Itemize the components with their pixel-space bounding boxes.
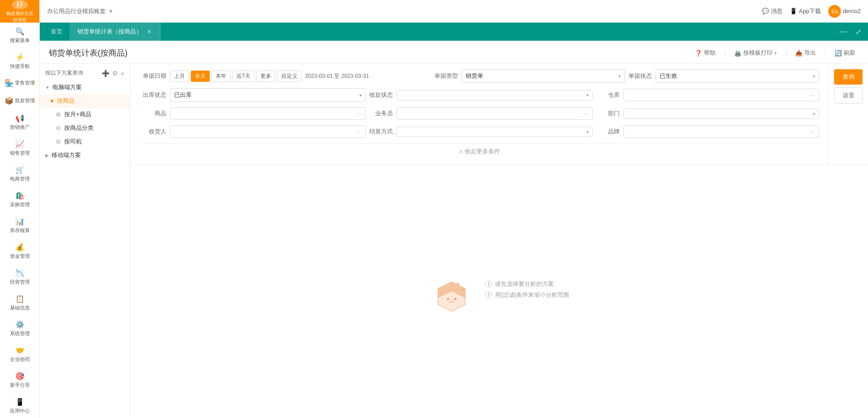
sidebar-icon-4: 📢 <box>15 114 24 123</box>
out-status-value: 已出库 <box>174 91 192 99</box>
settle-label: 结算方式 <box>366 128 393 136</box>
filter-row-1: 单据日期 上月 本月 本年 近7天 更多 自定义 <box>139 69 819 83</box>
add-scheme-btn[interactable]: ➕ <box>102 70 109 77</box>
date-btn-this-year[interactable]: 本年 <box>212 71 231 82</box>
goods-input[interactable]: ··· <box>170 107 366 120</box>
filter-date: 单据日期 上月 本月 本年 近7天 更多 自定义 <box>139 71 431 82</box>
brand-input[interactable]: ··· <box>623 125 819 138</box>
refresh-label: 刷新 <box>844 49 855 57</box>
sidebar-item-1[interactable]: ⚡快捷导航 <box>0 48 39 74</box>
salesman-control: ··· <box>396 107 592 120</box>
tree-item-by-goods[interactable]: 按商品 <box>40 94 130 108</box>
sidebar-item-14[interactable]: 🎯新手引导 <box>0 367 39 393</box>
sidebar-item-2[interactable]: 🏪零售管理 <box>0 74 39 92</box>
date-btn-this-month[interactable]: 本月 <box>191 71 210 82</box>
refresh-btn[interactable]: 🔄 刷新 <box>831 47 859 59</box>
recipient-input[interactable]: ··· <box>170 125 366 138</box>
sidebar-item-0[interactable]: 🔍搜索菜单 <box>0 23 39 48</box>
doc-type-select[interactable]: 销货单 ▾ <box>462 69 625 83</box>
sidebar-item-6[interactable]: 🛒电商管理 <box>0 161 39 187</box>
sidebar-item-10[interactable]: 📉经营管理 <box>0 264 39 290</box>
sidebar-item-3[interactable]: 📦批发管理 <box>0 92 39 109</box>
sidebar-icon-1: ⚡ <box>15 53 24 62</box>
edit-scheme-btn[interactable]: ⚙ <box>112 70 118 77</box>
messages-btn[interactable]: 💬 消息 <box>762 7 783 15</box>
filter-row-4: 收货人 ··· 结算方式 <box>139 125 819 138</box>
app-download-btn[interactable]: 📱 App下载 <box>790 7 821 15</box>
filter-settle: 结算方式 ▾ <box>366 127 592 137</box>
sidebar-item-5[interactable]: 📈销售管理 <box>0 135 39 161</box>
help-btn[interactable]: ❓ 帮助 <box>691 47 719 59</box>
receipt-status-select[interactable]: ▾ <box>396 90 592 100</box>
help-icon: ❓ <box>695 50 702 57</box>
doc-status-select[interactable]: 已生效 ▾ <box>656 69 819 83</box>
settings-button[interactable]: 设置 <box>834 87 863 104</box>
tree-section-pc-header[interactable]: ▼ 电脑端方案 <box>40 81 130 94</box>
left-panel-icons: ➕ ⚙ « <box>102 70 124 77</box>
filter-dept: 部门 ▾ <box>593 109 819 119</box>
date-btn-7days[interactable]: 近7天 <box>232 71 255 82</box>
logo-icon: 好 <box>12 0 28 10</box>
receipt-status-arrow: ▾ <box>586 93 589 98</box>
collapse-conditions-btn[interactable]: ∧ 收起更多条件 <box>139 143 819 159</box>
out-status-select[interactable]: 已出库 ▾ <box>170 88 366 102</box>
date-btn-custom[interactable]: 自定义 <box>277 71 302 82</box>
recipient-label: 收货人 <box>139 128 166 136</box>
sidebar-item-9[interactable]: 💰资金管理 <box>0 238 39 264</box>
industry-label: 办公用品行业模拟账套 <box>47 7 106 15</box>
dropdown-arrow[interactable]: ▾ <box>109 8 113 14</box>
doc-status-label: 单据状态 <box>625 72 652 80</box>
export-btn[interactable]: 📤 导出 <box>792 47 820 59</box>
brand-dots: ··· <box>810 128 815 135</box>
dept-select[interactable]: ▾ <box>623 109 819 119</box>
sidebar-item-15[interactable]: 📱应用中心 <box>0 393 39 418</box>
warehouse-input[interactable]: ··· <box>623 89 819 101</box>
sidebar-icon-13: 🤝 <box>15 346 24 355</box>
app-icon: 📱 <box>790 8 797 14</box>
date-btn-last-month[interactable]: 上月 <box>170 71 189 82</box>
tab-maximize-btn[interactable]: ⤢ <box>852 25 864 38</box>
goods-control: ··· <box>170 107 366 120</box>
tab-minimize-btn[interactable]: — <box>837 25 850 38</box>
warehouse-dots: ··· <box>810 91 815 99</box>
collapse-panel-btn[interactable]: « <box>121 70 124 77</box>
sidebar-item-4[interactable]: 📢营销推广 <box>0 109 39 135</box>
warehouse-control: ··· <box>623 89 819 101</box>
sidebar-label-15: 应用中心 <box>10 408 30 414</box>
page-title: 销货单统计表(按商品) <box>49 48 127 58</box>
tree-item-by-category[interactable]: ⊟ 按商品分类 <box>40 121 130 135</box>
filter-out-status: 出库状态 已出库 ▾ <box>139 88 366 102</box>
sidebar-label-0: 搜索菜单 <box>10 37 30 44</box>
filter-section: 单据日期 上月 本月 本年 近7天 更多 自定义 <box>130 64 868 165</box>
query-button[interactable]: 查询 <box>834 69 863 85</box>
messages-label: 消息 <box>771 7 783 15</box>
date-btn-more[interactable]: 更多 <box>256 71 275 82</box>
sidebar-item-8[interactable]: 📊库存核算 <box>0 213 39 238</box>
tree-item-by-driver[interactable]: ⊟ 按司机 <box>40 135 130 148</box>
empty-illustration: ✦ ✦ ✦ <box>429 268 474 314</box>
step-2-text: 用[过滤]条件来缩小分析范围 <box>495 291 569 299</box>
divider3 <box>825 50 826 56</box>
sidebar-label-5: 销售管理 <box>10 150 30 157</box>
settle-select[interactable]: ▾ <box>396 127 592 137</box>
sidebar-item-11[interactable]: 📋基础信息 <box>0 290 39 316</box>
tree-item-by-month-goods[interactable]: ⊞ 按月+商品 <box>40 108 130 121</box>
sidebar-icon-0: 🔍 <box>15 27 24 36</box>
sidebar-item-12[interactable]: ⚙️系统管理 <box>0 316 39 342</box>
doc-status-control: 已生效 ▾ <box>656 69 819 83</box>
print-btn[interactable]: 🖨️ 按模板打印 ▾ <box>731 47 780 59</box>
tab-close-btn[interactable]: ✕ <box>146 28 153 35</box>
tab-sales-stat[interactable]: 销货单统计表（按商品） ✕ <box>70 23 160 41</box>
export-icon: 📤 <box>795 50 802 57</box>
tab-actions: — ⤢ <box>837 25 868 38</box>
sidebar-icon-10: 📉 <box>15 269 24 277</box>
salesman-input[interactable]: ··· <box>396 107 592 120</box>
sidebar-item-7[interactable]: 🛍️采购管理 <box>0 187 39 213</box>
filter-receipt-status: 收款状态 ▾ <box>366 90 592 100</box>
user-profile[interactable]: Ea demo2 <box>828 5 861 18</box>
tab-home[interactable]: 首页 <box>43 23 70 41</box>
tree-section-mobile-header[interactable]: ▶ 移动端方案 <box>40 148 130 162</box>
sidebar-item-13[interactable]: 🤝企业协同 <box>0 342 39 367</box>
page-content: 销货单统计表(按商品) ❓ 帮助 🖨️ 按模板打印 ▾ 📤 导出 <box>40 41 868 418</box>
sidebar-label-3: 批发管理 <box>15 97 35 104</box>
